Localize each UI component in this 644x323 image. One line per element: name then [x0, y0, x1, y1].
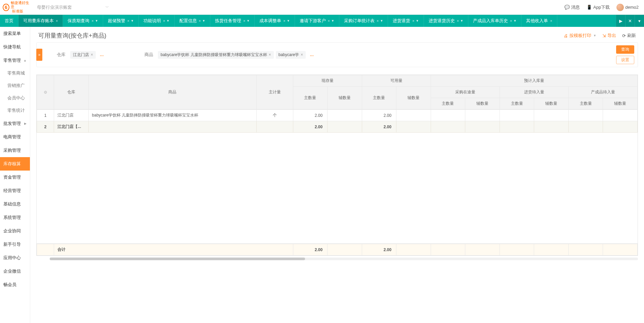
- gear-icon[interactable]: ⚙: [44, 90, 47, 95]
- sidebar-item[interactable]: 搜索菜单: [0, 27, 30, 40]
- close-icon[interactable]: ×: [328, 19, 330, 23]
- sidebar-item[interactable]: 批发管理▶: [0, 117, 30, 130]
- sidebar-item[interactable]: 畅会员: [0, 278, 30, 291]
- th-warehouse[interactable]: 仓库: [54, 75, 89, 109]
- table-row[interactable]: 1江北门店babycare学饮杯 儿童防摔防撞吸管杯重力球吸嘴杯宝宝水杯个2.0…: [37, 110, 638, 121]
- close-icon[interactable]: ×: [199, 19, 201, 23]
- tab-9[interactable]: 采购订单统计表×▼: [339, 15, 388, 27]
- chevron-down-icon: ▼: [247, 19, 250, 22]
- product-more[interactable]: …: [310, 52, 314, 57]
- tab-4[interactable]: 功能说明×▼: [139, 15, 174, 27]
- print-button[interactable]: 🖨 按模板打印 ▼: [564, 33, 596, 39]
- product-tag[interactable]: babycare学×: [276, 51, 306, 59]
- chevron-down-icon: ▼: [202, 19, 205, 22]
- messages-button[interactable]: 💬 消息: [564, 4, 580, 10]
- sidebar-item[interactable]: 基础信息: [0, 197, 30, 211]
- chevron-down-icon: ﹀: [105, 5, 109, 10]
- horizontal-scrollbar[interactable]: [36, 257, 638, 261]
- sidebar-item[interactable]: 资金管理: [0, 171, 30, 184]
- tabs-bar: 首页可用量库存账本×保质期查询×▼超储预警×▼功能说明×▼配置信息×▼拣货任务管…: [0, 15, 644, 27]
- close-icon[interactable]: ×: [457, 19, 459, 23]
- brand-edition: 标准版: [9, 9, 30, 14]
- query-button[interactable]: 查询: [616, 45, 634, 54]
- tab-6[interactable]: 拣货任务管理×▼: [210, 15, 255, 27]
- close-icon[interactable]: ×: [163, 19, 165, 23]
- sidebar-item[interactable]: 零售管理▲: [0, 54, 30, 67]
- chat-icon: 💬: [564, 5, 570, 10]
- sidebar-item[interactable]: 采购管理: [0, 144, 30, 157]
- sidebar-subitem[interactable]: 零售商城: [0, 67, 30, 80]
- tab-10[interactable]: 进货退货×▼: [388, 15, 424, 27]
- chevron-down-icon: ▼: [167, 19, 170, 22]
- export-icon: ⇲: [602, 33, 606, 38]
- settings-button[interactable]: 设置: [616, 56, 634, 64]
- tab-7[interactable]: 成本调整单×▼: [255, 15, 295, 27]
- th-product[interactable]: 商品: [88, 75, 256, 109]
- remove-icon[interactable]: ×: [91, 52, 93, 57]
- remove-icon[interactable]: ×: [269, 52, 271, 57]
- tab-8[interactable]: 邀请下游客户×▼: [295, 15, 339, 27]
- close-icon[interactable]: ×: [510, 19, 512, 23]
- close-icon[interactable]: ×: [377, 19, 379, 23]
- page-title: 可用量查询(按仓库+商品): [38, 32, 106, 40]
- sidebar-item[interactable]: 新手引导: [0, 238, 30, 251]
- filter-product: 商品 babycare学饮杯 儿童防摔防撞吸管杯重力球吸嘴杯宝宝水杯×babyc…: [144, 51, 314, 59]
- tab-3[interactable]: 超储预警×▼: [103, 15, 139, 27]
- tab-1[interactable]: 可用量库存账本×: [18, 15, 63, 27]
- th-incoming: 预计入库量: [431, 75, 637, 87]
- sidebar-item[interactable]: 经营管理: [0, 184, 30, 197]
- sidebar-subitem[interactable]: 零售统计: [0, 104, 30, 117]
- sidebar-item[interactable]: 电商管理: [0, 130, 30, 144]
- tabs-menu[interactable]: ▾: [635, 15, 644, 27]
- mobile-icon: 📱: [587, 5, 592, 10]
- product-tag[interactable]: babycare学饮杯 儿童防摔防撞吸管杯重力球吸嘴杯宝宝水杯×: [158, 51, 274, 59]
- tabs-controls: ▶ ✕ ▾: [616, 15, 644, 27]
- user-menu[interactable]: demo2: [616, 4, 639, 11]
- tab-12[interactable]: 产成品入库单历史×▼: [468, 15, 521, 27]
- sidebar-subitem[interactable]: 营销推广: [0, 80, 30, 92]
- table-row[interactable]: 2江北门店【...2.002.00: [37, 121, 638, 133]
- data-table: ⚙ 仓库 商品 主计量 现存量 可用量 预计入库量 主数量 辅数量 主数量: [36, 75, 638, 256]
- logo: 6 畅捷通好生意 标准版: [0, 1, 30, 14]
- main-content: 可用量查询(按仓库+商品) 🖨 按模板打印 ▼ ⇲ 导出 ⟳ 刷新: [30, 27, 644, 323]
- close-icon[interactable]: ×: [56, 19, 58, 23]
- sidebar-item[interactable]: 应用中心: [0, 251, 30, 265]
- chevron-down-icon: ▼: [131, 19, 134, 22]
- tabs-close-all[interactable]: ✕: [625, 15, 635, 27]
- table-footer-total: 合计 2.00 2.00: [37, 244, 638, 256]
- export-button[interactable]: ⇲ 导出: [602, 33, 616, 39]
- org-selected: 母婴行业演示账套: [37, 4, 72, 10]
- sidebar-item[interactable]: 库存核算: [0, 157, 30, 171]
- tab-5[interactable]: 配置信息×▼: [175, 15, 210, 27]
- tab-0[interactable]: 首页: [0, 15, 18, 27]
- tab-13[interactable]: 其他收入单×: [521, 15, 557, 27]
- brand-name: 畅捷通好生意: [11, 1, 30, 9]
- chevron-down-icon: ▼: [380, 19, 383, 22]
- th-unit[interactable]: 主计量: [256, 75, 293, 109]
- org-selector[interactable]: 母婴行业演示账套 ﹀: [37, 4, 109, 10]
- sidebar-item[interactable]: 系统管理: [0, 211, 30, 224]
- chevron-down-icon: ▼: [593, 34, 596, 37]
- sidebar-item[interactable]: 企业微信: [0, 265, 30, 278]
- close-icon[interactable]: ×: [283, 19, 285, 23]
- top-bar: 6 畅捷通好生意 标准版 母婴行业演示账套 ﹀ 💬 消息 📱 App下载 dem…: [0, 0, 644, 15]
- app-download-button[interactable]: 📱 App下载: [587, 4, 610, 10]
- filter-expand-handle[interactable]: »: [36, 49, 42, 61]
- sidebar-item[interactable]: 企业协同: [0, 224, 30, 238]
- th-stock: 现存量: [293, 75, 362, 87]
- close-icon[interactable]: ×: [91, 19, 93, 23]
- remove-icon[interactable]: ×: [301, 52, 303, 57]
- close-icon[interactable]: ×: [127, 19, 129, 23]
- sidebar-subitem[interactable]: 会员中心: [0, 92, 30, 104]
- tab-11[interactable]: 进货退货历史×▼: [424, 15, 468, 27]
- close-icon[interactable]: ×: [243, 19, 245, 23]
- close-icon[interactable]: ×: [550, 19, 552, 23]
- tab-2[interactable]: 保质期查询×▼: [63, 15, 103, 27]
- refresh-button[interactable]: ⟳ 刷新: [622, 33, 636, 39]
- page-header: 可用量查询(按仓库+商品) 🖨 按模板打印 ▼ ⇲ 导出 ⟳ 刷新: [30, 27, 644, 42]
- tabs-scroll-right[interactable]: ▶: [616, 15, 625, 27]
- warehouse-more[interactable]: …: [100, 52, 104, 57]
- close-icon[interactable]: ×: [412, 19, 414, 23]
- sidebar-item[interactable]: 快捷导航: [0, 40, 30, 54]
- warehouse-tag[interactable]: 江北门店×: [70, 51, 96, 59]
